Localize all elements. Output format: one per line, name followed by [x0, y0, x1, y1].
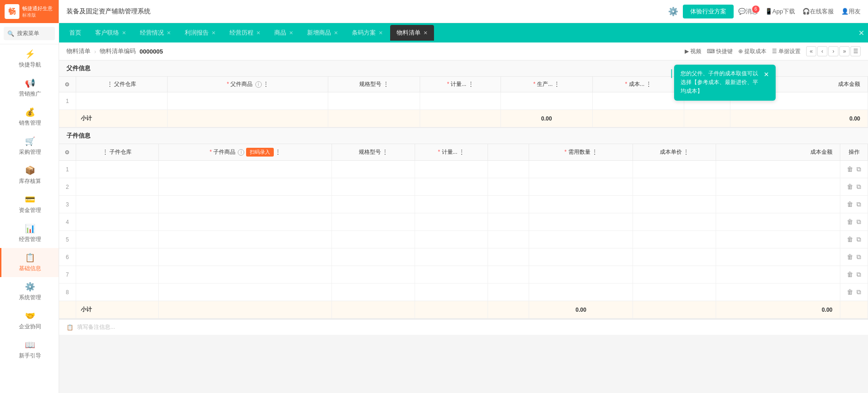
sidebar-item-快捷导航[interactable]: ⚡ 快捷导航 — [0, 44, 59, 73]
child-needed-7[interactable] — [529, 266, 633, 284]
child-spec-2[interactable] — [332, 178, 415, 196]
tab-close-7[interactable]: ✕ — [379, 30, 383, 36]
nav-tab-1[interactable]: 客户联络✕ — [89, 25, 133, 41]
child-needed-6[interactable] — [529, 248, 633, 266]
nav-tab-6[interactable]: 新增商品✕ — [301, 25, 344, 41]
delete-icon-4[interactable]: 🗑 — [846, 217, 854, 226]
nav-tab-5[interactable]: 商品✕ — [268, 25, 300, 41]
child-unit-cost-1[interactable] — [633, 161, 716, 178]
message-button[interactable]: 💬 6 消息 — [738, 7, 758, 16]
breadcrumb-sub[interactable]: 物料清单编码 — [100, 47, 136, 55]
child-unit-cost-2[interactable] — [633, 178, 716, 196]
shortcut-button[interactable]: ⌨ 快捷键 — [707, 48, 733, 55]
child-product-2[interactable] — [159, 178, 332, 196]
breadcrumb-main[interactable]: 物料清单 — [66, 47, 90, 55]
child-unit-cost-5[interactable] — [633, 231, 716, 248]
last-record-button[interactable]: » — [839, 46, 850, 56]
extract-cost-button[interactable]: ⊕ 提取成本 — [738, 48, 766, 55]
scan-input-button[interactable]: 扫码录入 — [246, 148, 274, 157]
delete-icon-6[interactable]: 🗑 — [846, 252, 854, 261]
child-spec-5[interactable] — [332, 231, 415, 248]
child-unit-3[interactable] — [415, 196, 488, 213]
sidebar-item-采购管理[interactable]: 🛒 采购管理 — [0, 132, 59, 161]
child-spec-4[interactable] — [332, 213, 415, 231]
parent-production-1[interactable] — [500, 92, 592, 110]
child-unit-cost-6[interactable] — [633, 248, 716, 266]
copy-icon-5[interactable]: ⧉ — [856, 235, 862, 244]
parent-spec-1[interactable] — [328, 92, 420, 110]
nav-tab-0[interactable]: 首页 — [63, 25, 88, 41]
child-product-8[interactable] — [159, 284, 332, 301]
child-unit-8[interactable] — [415, 284, 488, 301]
note-placeholder[interactable]: 填写备注信息... — [77, 323, 115, 331]
tab-close-1[interactable]: ✕ — [122, 30, 126, 36]
child-unit-1[interactable] — [415, 161, 488, 178]
copy-icon-7[interactable]: ⧉ — [856, 270, 862, 279]
delete-icon-1[interactable]: 🗑 — [846, 164, 854, 174]
nav-tab-2[interactable]: 经营情况✕ — [133, 25, 177, 41]
copy-icon-1[interactable]: ⧉ — [856, 164, 862, 174]
child-warehouse-8[interactable] — [76, 284, 159, 301]
sidebar-item-库存核算[interactable]: 📦 库存核算 — [0, 161, 59, 190]
child-needed-1[interactable] — [529, 161, 633, 178]
child-needed-4[interactable] — [529, 213, 633, 231]
child-product-3[interactable] — [159, 196, 332, 213]
child-product-4[interactable] — [159, 213, 332, 231]
sidebar-item-企业协同[interactable]: 🤝 企业协同 — [0, 306, 59, 335]
delete-icon-3[interactable]: 🗑 — [846, 200, 854, 209]
sidebar-item-销售管理[interactable]: 💰 销售管理 — [0, 103, 59, 132]
first-record-button[interactable]: « — [806, 46, 816, 56]
online-service-button[interactable]: 🎧 在线客服 — [802, 7, 834, 16]
settings-gear-icon[interactable]: ⚙️ — [668, 6, 678, 17]
child-product-7[interactable] — [159, 266, 332, 284]
parent-cost-1[interactable] — [592, 92, 684, 110]
sidebar-item-基础信息[interactable]: 📋 基础信息 — [0, 248, 59, 277]
child-unit-cost-8[interactable] — [633, 284, 716, 301]
copy-icon-6[interactable]: ⧉ — [856, 252, 862, 261]
child-spec-1[interactable] — [332, 161, 415, 178]
sidebar-item-营销推广[interactable]: 📢 营销推广 — [0, 73, 59, 103]
child-product-5[interactable] — [159, 231, 332, 248]
tab-close-3[interactable]: ✕ — [211, 30, 216, 36]
child-unit-7[interactable] — [415, 266, 488, 284]
parent-warehouse-1[interactable] — [76, 92, 168, 110]
parent-table-settings-icon[interactable]: ⚙ — [65, 81, 70, 88]
child-warehouse-6[interactable] — [76, 248, 159, 266]
child-unit-cost-3[interactable] — [633, 196, 716, 213]
child-needed-3[interactable] — [529, 196, 633, 213]
view-video-button[interactable]: ▶ 视频 — [685, 48, 701, 55]
nav-tab-7[interactable]: 条码方案✕ — [345, 25, 389, 41]
app-download-button[interactable]: 📱 App下载 — [765, 7, 795, 16]
prev-record-button[interactable]: ‹ — [817, 46, 827, 56]
delete-icon-7[interactable]: 🗑 — [846, 270, 854, 279]
sidebar-item-资金管理[interactable]: 💳 资金管理 — [0, 190, 59, 219]
copy-icon-4[interactable]: ⧉ — [856, 217, 862, 226]
child-unit-6[interactable] — [415, 248, 488, 266]
tab-close-2[interactable]: ✕ — [167, 30, 171, 36]
nav-tab-4[interactable]: 经营历程✕ — [223, 25, 267, 41]
tab-close-8[interactable]: ✕ — [423, 30, 428, 36]
child-warehouse-5[interactable] — [76, 231, 159, 248]
copy-icon-8[interactable]: ⧉ — [856, 287, 862, 296]
child-warehouse-4[interactable] — [76, 213, 159, 231]
delete-icon-8[interactable]: 🗑 — [846, 287, 854, 296]
child-spec-6[interactable] — [332, 248, 415, 266]
tooltip-close-button[interactable]: ✕ — [764, 69, 769, 79]
tab-close-5[interactable]: ✕ — [289, 30, 293, 36]
parent-product-1[interactable] — [168, 92, 328, 110]
nav-tab-8[interactable]: 物料清单✕ — [390, 25, 434, 41]
delete-icon-2[interactable]: 🗑 — [846, 182, 854, 191]
delete-icon-5[interactable]: 🗑 — [846, 235, 854, 244]
copy-icon-3[interactable]: ⧉ — [856, 200, 862, 209]
child-product-1[interactable] — [159, 161, 332, 178]
child-unit-5[interactable] — [415, 231, 488, 248]
child-needed-2[interactable] — [529, 178, 633, 196]
sidebar-item-新手引导[interactable]: 📖 新手引导 — [0, 335, 59, 364]
next-record-button[interactable]: › — [828, 46, 838, 56]
search-menu-button[interactable]: 🔍 搜索菜单 — [4, 27, 55, 40]
single-settings-button[interactable]: ☰ 单据设置 — [772, 48, 801, 55]
list-view-button[interactable]: ☰ — [850, 46, 861, 56]
tab-close-6[interactable]: ✕ — [334, 30, 338, 36]
child-needed-8[interactable] — [529, 284, 633, 301]
sidebar-item-经营管理[interactable]: 📊 经营管理 — [0, 219, 59, 248]
